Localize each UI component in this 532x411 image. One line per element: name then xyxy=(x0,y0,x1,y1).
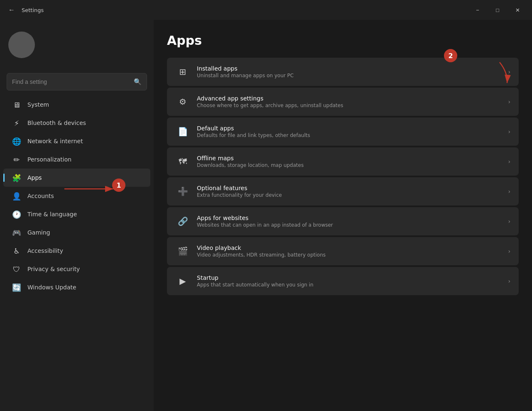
apps-for-websites-chevron: › xyxy=(508,218,510,225)
annotation-circle-1: 1 xyxy=(112,179,125,192)
back-button[interactable]: ← xyxy=(5,3,18,17)
offline-maps-icon: 🗺 xyxy=(175,154,190,169)
setting-item-default-apps[interactable]: 📄 Default apps Defaults for file and lin… xyxy=(167,117,519,146)
apps-for-websites-desc: Websites that can open in an app instead… xyxy=(197,222,501,228)
optional-features-desc: Extra functionality for your device xyxy=(197,192,501,198)
profile-area xyxy=(0,20,154,70)
video-playback-icon: 🎬 xyxy=(175,244,190,259)
optional-features-chevron: › xyxy=(508,188,510,195)
startup-chevron: › xyxy=(508,278,510,284)
video-playback-title: Video playback xyxy=(197,245,501,251)
back-icon: ← xyxy=(8,6,15,14)
offline-maps-desc: Downloads, storage location, map updates xyxy=(197,162,501,168)
app-title: Settings xyxy=(22,7,44,13)
sidebar-item-personalization[interactable]: ✏ Personalization xyxy=(3,150,150,169)
sidebar-item-time[interactable]: 🕐 Time & language xyxy=(3,205,150,223)
installed-apps-desc: Uninstall and manage apps on your PC xyxy=(197,73,501,78)
search-input[interactable] xyxy=(12,78,130,85)
sidebar-item-accounts[interactable]: 👤 Accounts xyxy=(3,187,150,205)
content-area: Apps ⊞ Installed apps Uninstall and mana… xyxy=(154,20,532,411)
video-playback-chevron: › xyxy=(508,248,510,254)
setting-item-startup[interactable]: ▶ Startup Apps that start automatically … xyxy=(167,267,519,295)
sidebar-label-privacy: Privacy & security xyxy=(27,266,80,272)
default-apps-desc: Defaults for file and link types, other … xyxy=(197,132,501,138)
setting-item-installed-apps[interactable]: ⊞ Installed apps Uninstall and manage ap… xyxy=(167,58,519,86)
minimize-button[interactable]: − xyxy=(468,3,487,17)
sidebar-label-gaming: Gaming xyxy=(27,229,50,236)
sidebar-label-personalization: Personalization xyxy=(27,156,71,163)
sidebar-label-system: System xyxy=(27,101,49,108)
settings-list: ⊞ Installed apps Uninstall and manage ap… xyxy=(167,58,519,295)
sidebar-label-apps: Apps xyxy=(27,174,42,181)
apps-for-websites-title: Apps for websites xyxy=(197,215,501,221)
offline-maps-title: Offline maps xyxy=(197,155,501,161)
sidebar-item-privacy[interactable]: 🛡 Privacy & security xyxy=(3,260,150,278)
startup-desc: Apps that start automatically when you s… xyxy=(197,282,501,288)
apps-icon: 🧩 xyxy=(12,173,22,183)
setting-item-advanced-app-settings[interactable]: ⚙ Advanced app settings Choose where to … xyxy=(167,88,519,116)
advanced-app-settings-chevron: › xyxy=(508,98,510,105)
sidebar-item-gaming[interactable]: 🎮 Gaming xyxy=(3,223,150,242)
close-button[interactable]: ✕ xyxy=(508,3,527,17)
optional-features-icon: ➕ xyxy=(175,184,190,199)
avatar xyxy=(8,32,35,58)
setting-item-video-playback[interactable]: 🎬 Video playback Video adjustments, HDR … xyxy=(167,237,519,265)
search-box[interactable]: 🔍 xyxy=(7,73,147,91)
privacy-icon: 🛡 xyxy=(12,264,22,274)
update-icon: 🔄 xyxy=(12,282,22,292)
annotation-circle-2: 2 xyxy=(444,49,457,62)
personalization-icon: ✏ xyxy=(12,154,22,164)
sidebar-item-update[interactable]: 🔄 Windows Update xyxy=(3,278,150,296)
accounts-icon: 👤 xyxy=(12,191,22,201)
installed-apps-title: Installed apps xyxy=(197,65,501,72)
sidebar-label-network: Network & internet xyxy=(27,138,83,144)
bluetooth-icon: ⚡ xyxy=(12,118,22,128)
system-icon: 🖥 xyxy=(12,100,22,110)
search-icon: 🔍 xyxy=(134,78,142,86)
window-controls: − □ ✕ xyxy=(468,3,527,17)
setting-item-optional-features[interactable]: ➕ Optional features Extra functionality … xyxy=(167,177,519,206)
gaming-icon: 🎮 xyxy=(12,228,22,237)
sidebar-label-bluetooth: Bluetooth & devices xyxy=(27,120,86,126)
advanced-app-settings-title: Advanced app settings xyxy=(197,95,501,102)
advanced-app-settings-icon: ⚙ xyxy=(175,94,190,109)
installed-apps-chevron: › xyxy=(508,68,510,75)
sidebar-item-system[interactable]: 🖥 System xyxy=(3,95,150,114)
sidebar-label-time: Time & language xyxy=(27,211,77,218)
offline-maps-chevron: › xyxy=(508,158,510,165)
video-playback-desc: Video adjustments, HDR streaming, batter… xyxy=(197,252,501,258)
sidebar-label-accessibility: Accessibility xyxy=(27,247,63,254)
sidebar-item-apps[interactable]: 🧩 Apps xyxy=(3,169,150,187)
sidebar-label-accounts: Accounts xyxy=(27,193,54,199)
network-icon: 🌐 xyxy=(12,136,22,146)
sidebar-item-network[interactable]: 🌐 Network & internet xyxy=(3,132,150,150)
sidebar-item-bluetooth[interactable]: ⚡ Bluetooth & devices xyxy=(3,114,150,132)
default-apps-title: Default apps xyxy=(197,125,501,132)
default-apps-icon: 📄 xyxy=(175,124,190,139)
page-title: Apps xyxy=(167,33,519,48)
maximize-button[interactable]: □ xyxy=(488,3,507,17)
startup-icon: ▶ xyxy=(175,274,190,289)
titlebar: ← Settings − □ ✕ xyxy=(0,0,532,20)
search-container: 🔍 xyxy=(0,70,154,95)
advanced-app-settings-desc: Choose where to get apps, archive apps, … xyxy=(197,103,501,108)
installed-apps-icon: ⊞ xyxy=(175,64,190,79)
optional-features-title: Optional features xyxy=(197,185,501,191)
default-apps-chevron: › xyxy=(508,128,510,135)
sidebar-item-accessibility[interactable]: ♿ Accessibility xyxy=(3,242,150,260)
nav-menu: 🖥 System ⚡ Bluetooth & devices 🌐 Network… xyxy=(0,95,154,296)
sidebar-label-update: Windows Update xyxy=(27,284,76,291)
time-icon: 🕐 xyxy=(12,209,22,219)
setting-item-apps-for-websites[interactable]: 🔗 Apps for websites Websites that can op… xyxy=(167,207,519,235)
apps-for-websites-icon: 🔗 xyxy=(175,214,190,229)
setting-item-offline-maps[interactable]: 🗺 Offline maps Downloads, storage locati… xyxy=(167,147,519,176)
sidebar: 🔍 🖥 System ⚡ Bluetooth & devices 🌐 Netwo… xyxy=(0,20,154,411)
accessibility-icon: ♿ xyxy=(12,246,22,256)
startup-title: Startup xyxy=(197,274,501,281)
